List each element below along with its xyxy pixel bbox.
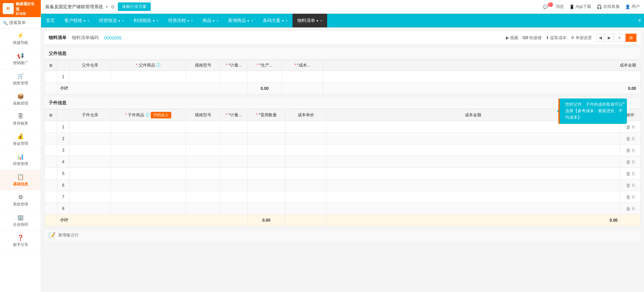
list-view-btn[interactable]: ≡	[614, 34, 625, 42]
child-row4-unit[interactable]	[220, 156, 248, 168]
sidebar-item-basic-info[interactable]: 📋 基础信息	[0, 170, 41, 190]
child-row7-spec[interactable]	[186, 191, 220, 203]
sidebar-item-sales[interactable]: 🛒 销售管理	[0, 69, 41, 90]
delete-icon-row5[interactable]: 🗑	[626, 171, 631, 176]
child-row6-qty[interactable]	[248, 179, 285, 191]
child-row5-product[interactable]	[111, 168, 186, 179]
child-row7-product[interactable]	[111, 191, 186, 203]
child-row2-spec[interactable]	[186, 133, 220, 144]
operations-close-icon[interactable]: ×	[122, 19, 124, 23]
child-row3-product[interactable]	[111, 144, 186, 156]
child-row1-qty[interactable]	[248, 121, 285, 133]
child-row6-unit-cost[interactable]	[285, 179, 326, 191]
child-row4-unit-cost[interactable]	[285, 156, 326, 168]
child-row7-warehouse[interactable]	[70, 191, 111, 203]
sidebar-item-enterprise[interactable]: 🏢 企业协同	[0, 211, 41, 231]
child-row6-spec[interactable]	[186, 179, 220, 191]
shortcut-btn[interactable]: ⌨ 快捷键	[522, 35, 542, 41]
copy-icon-row6[interactable]: ⎘	[632, 183, 635, 188]
child-row3-spec[interactable]	[186, 144, 220, 156]
child-row8-product[interactable]	[111, 203, 186, 214]
messages-action[interactable]: 💬 6 消息	[543, 4, 564, 10]
trial-button[interactable]: 体验行业方案	[118, 2, 151, 11]
bom-close-icon[interactable]: ×	[320, 19, 322, 23]
child-row2-product[interactable]	[111, 133, 186, 144]
child-row3-warehouse[interactable]	[70, 144, 111, 156]
delete-icon-row8[interactable]: 🗑	[626, 206, 631, 211]
child-row7-unit-cost[interactable]	[285, 191, 326, 203]
video-btn[interactable]: ▶ 视频	[506, 35, 518, 41]
delete-icon-row1[interactable]: 🗑	[626, 124, 631, 130]
table-view-btn[interactable]: ⊞	[626, 34, 636, 42]
tab-close-all-icon[interactable]: ×	[637, 16, 643, 25]
sidebar-item-inventory[interactable]: 🗄 库存核算	[0, 110, 41, 130]
parent-row1-product[interactable]	[111, 71, 186, 83]
goods-close-icon[interactable]: ×	[216, 19, 219, 23]
child-row6-warehouse[interactable]	[70, 179, 111, 191]
user-action[interactable]: 👤 用户	[625, 4, 640, 10]
parent-row1-cost[interactable]	[282, 71, 323, 83]
next-btn[interactable]: ▶	[605, 34, 613, 42]
settings-gear-icon[interactable]: ⚙	[49, 63, 53, 68]
child-row4-spec[interactable]	[186, 156, 220, 168]
sidebar-item-quick-nav[interactable]: ⚡ 快捷导航	[0, 29, 41, 49]
child-row2-warehouse[interactable]	[70, 133, 111, 144]
child-row1-product[interactable]	[111, 121, 186, 133]
child-row1-spec[interactable]	[186, 121, 220, 133]
child-row5-unit[interactable]	[220, 168, 248, 179]
parent-row1-warehouse[interactable]	[70, 71, 111, 83]
child-row3-qty[interactable]	[248, 144, 285, 156]
child-row2-unit-cost[interactable]	[285, 133, 326, 144]
parent-product-info-icon[interactable]: ⓘ	[156, 63, 160, 68]
sidebar-item-operations-mgr[interactable]: 📊 经营管理	[0, 150, 41, 170]
profit-close-icon[interactable]: ×	[157, 19, 159, 23]
copy-icon-row7[interactable]: ⎘	[632, 194, 635, 200]
tab-operations[interactable]: 经营情况 ▾ ×	[94, 14, 129, 27]
tooltip-close-icon[interactable]: ×	[622, 100, 625, 106]
delete-icon-row3[interactable]: 🗑	[626, 148, 631, 153]
child-row5-warehouse[interactable]	[70, 168, 111, 179]
copy-icon-row5[interactable]: ⎘	[632, 171, 635, 176]
new-goods-close-icon[interactable]: ×	[251, 19, 253, 23]
child-row4-warehouse[interactable]	[70, 156, 111, 168]
sidebar-item-marketing[interactable]: 📢 营销推广	[0, 49, 41, 69]
child-row8-qty[interactable]	[248, 203, 285, 214]
dropdown-arrow-icon[interactable]: ▾	[106, 4, 108, 9]
scan-input-btn[interactable]: 扫码录入	[151, 112, 171, 118]
delete-icon-row7[interactable]: 🗑	[626, 194, 631, 200]
child-row6-product[interactable]	[111, 179, 186, 191]
child-row5-qty[interactable]	[248, 168, 285, 179]
sidebar-item-purchase[interactable]: 📦 采购管理	[0, 90, 41, 110]
sidebar-item-finance[interactable]: 💰 资金管理	[0, 130, 41, 150]
online-service-action[interactable]: 🎧 在线客服	[597, 4, 620, 10]
child-row5-unit-cost[interactable]	[285, 168, 326, 179]
child-row7-qty[interactable]	[248, 191, 285, 203]
child-row2-unit[interactable]	[220, 133, 248, 144]
app-download-action[interactable]: 📱 App下载	[569, 4, 591, 10]
sidebar-item-guide[interactable]: ❓ 新手引导	[0, 231, 41, 251]
child-row8-spec[interactable]	[186, 203, 220, 214]
child-product-info-icon[interactable]: ⓘ	[146, 113, 150, 117]
child-row3-unit-cost[interactable]	[285, 144, 326, 156]
parent-row1-mfg[interactable]	[248, 71, 282, 83]
parent-row1-unit[interactable]	[220, 71, 248, 83]
tab-goods[interactable]: 商品 ▾ ×	[198, 14, 223, 27]
parent-row1-spec[interactable]	[186, 71, 220, 83]
child-row8-warehouse[interactable]	[70, 203, 111, 214]
child-row8-unit-cost[interactable]	[285, 203, 326, 214]
barcode-close-icon[interactable]: ×	[286, 19, 288, 23]
sidebar-item-system[interactable]: ⚙ 系统管理	[0, 190, 41, 211]
copy-icon-row1[interactable]: ⎘	[632, 124, 635, 130]
copy-icon-row2[interactable]: ⎘	[632, 136, 635, 141]
child-row1-unit[interactable]	[220, 121, 248, 133]
tab-customers[interactable]: 客户联络 ▾ ×	[60, 14, 94, 27]
copy-icon-row8[interactable]: ⎘	[632, 206, 635, 211]
child-row8-unit[interactable]	[220, 203, 248, 214]
tab-history[interactable]: 经营历程 ▾ ×	[163, 14, 198, 27]
settings-icon[interactable]: ⚙	[111, 4, 115, 10]
sidebar-item-search[interactable]: 🔍 搜索菜单	[0, 17, 41, 29]
child-row4-qty[interactable]	[248, 156, 285, 168]
add-row-label[interactable]: 新增备注行	[58, 232, 79, 238]
child-row4-product[interactable]	[111, 156, 186, 168]
delete-icon-row6[interactable]: 🗑	[626, 183, 631, 188]
